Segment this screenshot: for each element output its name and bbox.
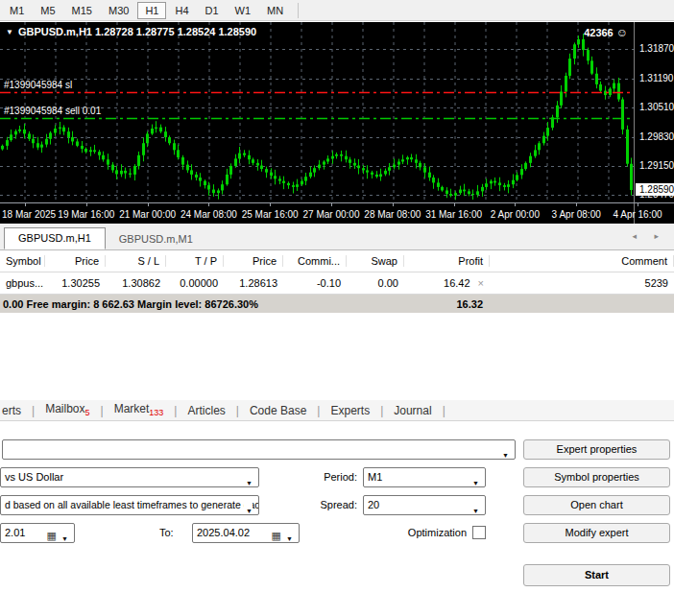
calendar-icon: ▦ <box>272 527 281 543</box>
tab-scroll-arrows[interactable]: ◂ ▸ <box>632 231 666 241</box>
time-axis-label: 2 Apr 00:00 <box>491 209 540 220</box>
account-summary-text: 0.00 Free margin: 8 662.63 Margin level:… <box>0 298 258 310</box>
time-axis-label: 21 Mar 00:00 <box>119 209 176 220</box>
chevron-down-icon: ▼ <box>286 530 293 543</box>
table-row[interactable]: gbpus...1.302551.308620.000001.28613-0.1… <box>0 272 674 295</box>
spread-select[interactable]: 20 ▼ <box>363 495 486 515</box>
optimization-label: Optimization <box>392 523 467 543</box>
chart-tab-gbpusd-m-h1[interactable]: GBPUSD.m,H1 <box>4 227 106 249</box>
price-axis-label: 1.29830 <box>639 131 674 142</box>
ohlc-text: GBPUSD.m,H1 1.28728 1.28775 1.28524 1.28… <box>18 26 256 37</box>
sell-order-line-label: #1399045984 sell 0.01 <box>4 106 101 116</box>
time-axis-tick <box>393 203 394 206</box>
time-axis-label: 3 Apr 08:00 <box>552 209 601 220</box>
timeframe-button-M15[interactable]: M15 <box>64 2 100 19</box>
timeframe-button-H4[interactable]: H4 <box>167 2 196 19</box>
tab-separator: | <box>380 404 383 417</box>
table-header-row: SymbolPriceS / LT / PPriceCommi...SwapPr… <box>0 250 674 272</box>
strategy-tester-panel: ▼ Expert properties vs US Dollar ▼ Perio… <box>0 422 674 616</box>
time-axis-tick <box>270 203 271 206</box>
time-axis[interactable]: 18 Mar 202519 Mar 16:0021 Mar 00:0024 Ma… <box>0 202 674 224</box>
cell-symbol: gbpus... <box>0 277 45 289</box>
current-price-tag: 1.28590 <box>636 183 674 196</box>
time-axis-label: 24 Mar 08:00 <box>181 209 237 220</box>
cell-t-p: 0.00000 <box>166 277 224 289</box>
terminal-tab-articles[interactable]: Articles <box>185 404 227 417</box>
time-axis-tick <box>25 203 26 206</box>
timeframe-button-H1[interactable]: H1 <box>137 2 166 19</box>
time-axis-label: 4 Apr 16:00 <box>613 209 662 220</box>
terminal-tab-erts[interactable]: erts <box>0 404 23 417</box>
date-to-field[interactable]: 2025.04.02 ▦ ▼ <box>192 523 300 543</box>
column-header-swap[interactable]: Swap <box>347 255 404 267</box>
chevron-down-icon: ▼ <box>472 502 479 515</box>
time-axis-label: 19 Mar 16:00 <box>58 209 114 220</box>
open-chart-button[interactable]: Open chart <box>523 495 670 515</box>
timeframe-button-M30[interactable]: M30 <box>101 2 136 19</box>
time-axis-tick <box>576 203 577 206</box>
expert-properties-button[interactable]: Expert properties <box>523 439 670 460</box>
cell-price: 1.28613 <box>224 277 283 289</box>
terminal-tab-code-base[interactable]: Code Base <box>248 404 308 417</box>
symbol-properties-button[interactable]: Symbol properties <box>523 467 670 487</box>
column-header-t-p[interactable]: T / P <box>166 255 224 267</box>
optimization-checkbox[interactable] <box>472 526 486 539</box>
expert-select[interactable]: ▼ <box>2 439 516 460</box>
tab-separator: | <box>443 404 445 417</box>
timeframe-button-D1[interactable]: D1 <box>198 2 227 19</box>
cell-comment: 5239 <box>490 277 674 289</box>
time-axis-tick <box>454 203 455 206</box>
column-header-comment[interactable]: Comment <box>490 255 674 267</box>
cell-s-l: 1.30862 <box>106 277 166 289</box>
terminal-tab-mailbox[interactable]: Mailbox5 <box>43 402 91 417</box>
terminal-tab-journal[interactable]: Journal <box>392 404 433 417</box>
chart-ohlc-header: ▼GBPUSD.m,H1 1.28728 1.28775 1.28524 1.2… <box>6 26 256 37</box>
cell-swap: 0.00 <box>347 277 404 289</box>
terminal-tab-bar: erts|Mailbox5|Market133|Articles|Code Ba… <box>0 400 674 421</box>
model-select[interactable]: d based on all available least timeframe… <box>0 495 259 515</box>
column-header-price[interactable]: Price <box>224 255 283 267</box>
chevron-down-icon: ▼ <box>61 530 68 543</box>
period-select[interactable]: M1 ▼ <box>363 467 486 487</box>
time-axis-label: 27 Mar 00:00 <box>303 209 360 220</box>
timeframe-button-M1[interactable]: M1 <box>2 2 32 19</box>
tab-badge: 133 <box>149 409 163 418</box>
timeframe-toolbar: M1M5M15M30H1H4D1W1MN <box>0 0 674 21</box>
timeframe-button-MN[interactable]: MN <box>259 2 291 19</box>
start-button[interactable]: Start <box>523 564 670 586</box>
price-axis-label: 1.29150 <box>639 160 674 171</box>
chevron-down-icon: ▼ <box>472 474 479 487</box>
time-axis-tick <box>86 203 87 206</box>
column-header-commi-[interactable]: Commi... <box>283 255 347 267</box>
timeframe-button-W1[interactable]: W1 <box>228 2 259 19</box>
chevron-down-icon[interactable]: ▼ <box>6 28 13 36</box>
spread-label: Spread: <box>317 495 357 515</box>
chevron-down-icon: ▼ <box>502 446 509 460</box>
column-header-profit[interactable]: Profit <box>404 255 490 267</box>
timeframe-button-M5[interactable]: M5 <box>33 2 62 19</box>
chart-tab-gbpusd-m-m1[interactable]: GBPUSD.m,M1 <box>106 229 206 249</box>
tab-separator: | <box>236 404 239 417</box>
column-header-price[interactable]: Price <box>45 255 106 267</box>
symbol-select[interactable]: vs US Dollar ▼ <box>0 467 259 487</box>
time-axis-label: 31 Mar 16:00 <box>425 209 482 220</box>
date-from-field[interactable]: 2.01 ▦ ▼ <box>0 523 75 543</box>
column-header-s-l[interactable]: S / L <box>106 255 166 267</box>
stop-loss-line-label: #1399045984 sl <box>4 80 72 90</box>
toolbar-separator <box>298 3 299 18</box>
price-axis[interactable]: 1.318701.311901.305101.298301.291501.284… <box>634 22 674 224</box>
column-header-symbol[interactable]: Symbol <box>0 255 45 267</box>
time-axis-tick <box>515 203 516 206</box>
floating-profit: 16.32 <box>404 298 483 310</box>
modify-expert-button[interactable]: Modify expert <box>523 523 670 543</box>
price-axis-label: 1.31870 <box>639 43 674 54</box>
bars-count: 42366☺ <box>584 26 628 39</box>
terminal-tab-market[interactable]: Market133 <box>112 402 166 417</box>
terminal-tab-experts[interactable]: Experts <box>328 404 372 417</box>
account-summary-bar: 0.00 Free margin: 8 662.63 Margin level:… <box>0 295 674 313</box>
close-position-icon[interactable]: × <box>478 277 484 289</box>
time-axis-tick <box>331 203 332 206</box>
cell-profit: 16.42× <box>404 277 490 289</box>
chart-area[interactable]: ▼GBPUSD.m,H1 1.28728 1.28775 1.28524 1.2… <box>0 22 674 224</box>
calendar-icon: ▦ <box>47 527 57 543</box>
